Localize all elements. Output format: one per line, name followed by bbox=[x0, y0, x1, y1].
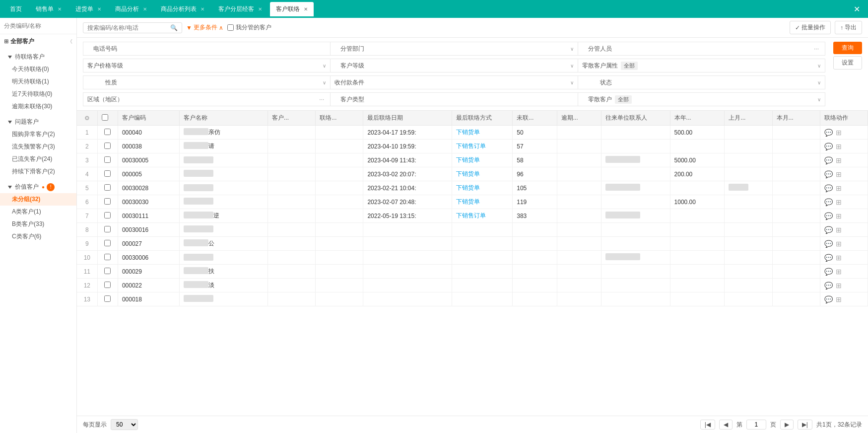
nav-home[interactable]: 首页 bbox=[4, 2, 28, 16]
grid-action-icon[interactable]: ⊞ bbox=[836, 268, 842, 276]
my-customers-checkbox[interactable] bbox=[227, 24, 234, 31]
row-checkbox[interactable] bbox=[104, 282, 111, 288]
contact-method-link[interactable]: 下销货单 bbox=[456, 184, 480, 191]
grid-action-icon[interactable]: ⊞ bbox=[836, 129, 842, 137]
last-page-btn[interactable]: ▶| bbox=[798, 420, 812, 430]
nav-tab-analysis-list-close[interactable]: ✕ bbox=[200, 6, 204, 12]
grid-action-icon[interactable]: ⊞ bbox=[836, 184, 842, 192]
sidebar-item-ungrouped[interactable]: 未分组(32) bbox=[0, 193, 76, 206]
settings-icon[interactable]: ⚙ bbox=[84, 115, 90, 122]
filter-nature-arrow[interactable]: ∨ bbox=[323, 80, 326, 85]
message-icon[interactable]: 💬 bbox=[824, 295, 833, 303]
message-icon[interactable]: 💬 bbox=[824, 254, 833, 262]
row-checkbox[interactable] bbox=[104, 129, 111, 135]
nav-tab-analysis[interactable]: 商品分析 ✕ bbox=[109, 2, 153, 16]
contact-method-link[interactable]: 下销货单 bbox=[456, 198, 480, 205]
toolbar-search-icon[interactable]: 🔍 bbox=[170, 24, 178, 31]
row-checkbox[interactable] bbox=[104, 143, 111, 149]
grid-action-icon[interactable]: ⊞ bbox=[836, 143, 842, 150]
nav-tab-sales[interactable]: 销售单 ✕ bbox=[30, 2, 67, 16]
nav-tab-sales-close[interactable]: ✕ bbox=[58, 6, 62, 12]
th-partner[interactable]: 往来单位联系人 bbox=[601, 111, 670, 126]
row-checkbox[interactable] bbox=[104, 198, 111, 205]
message-icon[interactable]: 💬 bbox=[824, 143, 833, 150]
sidebar-item-hoarding[interactable]: 囤购异常客户(2) bbox=[0, 128, 76, 141]
first-page-btn[interactable]: |◀ bbox=[700, 420, 715, 430]
export-button[interactable]: ↑ 导出 bbox=[835, 21, 862, 34]
th-uncontact[interactable]: 未联... bbox=[513, 111, 557, 126]
message-icon[interactable]: 💬 bbox=[824, 156, 833, 164]
th-overdue[interactable]: 逾期... bbox=[557, 111, 601, 126]
row-checkbox[interactable] bbox=[104, 295, 111, 302]
filter-manager-dots[interactable]: ··· bbox=[812, 45, 821, 52]
message-icon[interactable]: 💬 bbox=[824, 240, 833, 248]
all-customers-header[interactable]: ⊞ 全部客户 《 bbox=[0, 34, 76, 49]
filter-customer-level-arrow[interactable]: ∨ bbox=[570, 63, 574, 69]
row-checkbox[interactable] bbox=[104, 226, 111, 232]
grid-action-icon[interactable]: ⊞ bbox=[836, 156, 842, 164]
nav-tab-purchase-close[interactable]: ✕ bbox=[97, 6, 101, 12]
contact-method-link[interactable]: 下销售订单 bbox=[456, 212, 486, 219]
sidebar-item-class-b[interactable]: B类客户(33) bbox=[0, 218, 76, 230]
filter-scatter-customer-arrow[interactable]: ∨ bbox=[817, 97, 821, 102]
filter-phone-input[interactable] bbox=[120, 45, 326, 52]
sidebar-item-class-a[interactable]: A类客户(1) bbox=[0, 206, 76, 218]
message-icon[interactable]: 💬 bbox=[824, 129, 833, 137]
filter-dept-arrow[interactable]: ∨ bbox=[570, 46, 574, 52]
sidebar-item-class-c[interactable]: C类客户(6) bbox=[0, 230, 76, 243]
grid-action-icon[interactable]: ⊞ bbox=[836, 240, 842, 248]
sidebar-search-input[interactable] bbox=[4, 22, 77, 29]
message-icon[interactable]: 💬 bbox=[824, 282, 833, 289]
message-icon[interactable]: 💬 bbox=[824, 268, 833, 276]
row-checkbox[interactable] bbox=[104, 212, 111, 218]
message-icon[interactable]: 💬 bbox=[824, 226, 833, 234]
grid-action-icon[interactable]: ⊞ bbox=[836, 170, 842, 178]
toolbar-search-input[interactable] bbox=[87, 24, 168, 31]
nav-tab-analysis-close[interactable]: ✕ bbox=[143, 6, 147, 12]
prev-page-btn[interactable]: ◀ bbox=[719, 420, 733, 430]
contact-method-link[interactable]: 下销货单 bbox=[456, 156, 480, 163]
row-checkbox[interactable] bbox=[104, 184, 111, 191]
row-checkbox[interactable] bbox=[104, 240, 111, 246]
th-type[interactable]: 客户... bbox=[268, 111, 316, 126]
th-checkbox[interactable] bbox=[97, 111, 118, 126]
message-icon[interactable]: 💬 bbox=[824, 170, 833, 178]
page-size-select[interactable]: 50 100 200 bbox=[111, 419, 138, 430]
contact-method-link[interactable]: 下销售订单 bbox=[456, 143, 486, 149]
grid-action-icon[interactable]: ⊞ bbox=[836, 212, 842, 220]
sidebar-item-today[interactable]: 今天待联络(0) bbox=[0, 63, 76, 75]
nav-close-button[interactable]: ✕ bbox=[850, 4, 864, 14]
next-page-btn[interactable]: ▶ bbox=[780, 420, 794, 430]
th-last-contact-date[interactable]: 最后联络日期 bbox=[363, 111, 452, 126]
sidebar-item-overdue[interactable]: 逾期未联络(30) bbox=[0, 100, 76, 113]
th-settings[interactable]: ⚙ bbox=[77, 111, 97, 126]
waiting-section-header[interactable]: 待联络客户 bbox=[0, 51, 76, 63]
sidebar-item-churn-warning[interactable]: 流失预警客户(3) bbox=[0, 141, 76, 153]
row-checkbox[interactable] bbox=[104, 254, 111, 260]
row-checkbox[interactable] bbox=[104, 156, 111, 163]
filter-region-dots[interactable]: ··· bbox=[317, 96, 326, 103]
contact-method-link[interactable]: 下销货单 bbox=[456, 170, 480, 177]
th-code[interactable]: 客户编码 bbox=[118, 111, 179, 126]
query-button[interactable]: 查询 bbox=[833, 42, 862, 54]
filter-status-arrow[interactable]: ∨ bbox=[817, 80, 821, 85]
batch-ops-button[interactable]: ✓ 批量操作 bbox=[790, 21, 831, 34]
nav-tab-purchase[interactable]: 进货单 ✕ bbox=[69, 2, 107, 16]
contact-method-link[interactable]: 下销货单 bbox=[456, 129, 480, 136]
select-all-checkbox[interactable] bbox=[102, 114, 108, 121]
message-icon[interactable]: 💬 bbox=[824, 184, 833, 192]
grid-action-icon[interactable]: ⊞ bbox=[836, 198, 842, 206]
grid-action-icon[interactable]: ⊞ bbox=[836, 226, 842, 234]
more-conditions-btn[interactable]: ▼ 更多条件 ∧ bbox=[186, 23, 223, 32]
sidebar-item-7days[interactable]: 近7天待联络(0) bbox=[0, 88, 76, 100]
th-name[interactable]: 客户名称 bbox=[179, 111, 268, 126]
page-number-input[interactable] bbox=[746, 420, 766, 430]
sidebar-item-declining[interactable]: 持续下滑客户(2) bbox=[0, 165, 76, 178]
grid-action-icon[interactable]: ⊞ bbox=[836, 282, 842, 289]
sidebar-item-churned[interactable]: 已流失客户(24) bbox=[0, 153, 76, 165]
th-last-month[interactable]: 上月... bbox=[725, 111, 772, 126]
nav-tab-customer-tier-close[interactable]: ✕ bbox=[258, 6, 262, 12]
problem-section-header[interactable]: 问题客户 bbox=[0, 116, 76, 128]
nav-tab-customer-contact-close[interactable]: ✕ bbox=[304, 6, 308, 12]
th-last-contact-method[interactable]: 最后联络方式 bbox=[452, 111, 513, 126]
